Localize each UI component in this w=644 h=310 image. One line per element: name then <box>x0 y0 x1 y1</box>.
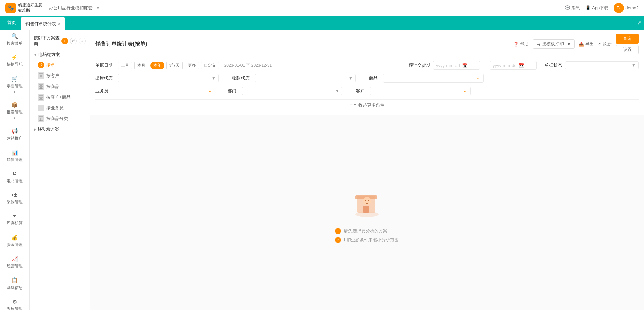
main-layout: 🔍 搜索菜单 ⚡ 快捷导航 🛒 零售管理 ▼ 📦 批发管理 ▲ 📢 营销推广 📊… <box>0 30 644 310</box>
tab-maximize-icon[interactable]: ⤢ <box>637 20 641 26</box>
top-bar-left: 🐾 畅捷通好生意 标准版 办公用品行业模拟账套 ▼ <box>5 3 100 13</box>
tab-bar-actions: — ⤢ <box>629 20 641 26</box>
empty-step-2: 2 用[过滤]条件来缩小分析范围 <box>335 237 398 243</box>
empty-illustration <box>347 183 387 223</box>
salesman-more-icon[interactable]: ··· <box>207 88 211 94</box>
single-status-chevron-icon: ▼ <box>632 63 636 68</box>
add-scheme-btn[interactable]: + <box>61 38 68 44</box>
calendar-end-icon: 📅 <box>519 63 524 68</box>
sidebar-item-finance[interactable]: 💰 资金管理 <box>0 230 29 252</box>
sidebar-item-quick-nav[interactable]: ⚡ 快捷导航 <box>0 50 29 71</box>
sidebar-item-ecommerce[interactable]: 🖥 电商管理 <box>0 167 29 188</box>
refresh-btn[interactable]: ↻ 刷新 <box>598 41 612 47</box>
by-salesman-icon <box>38 105 44 111</box>
expected-date-end[interactable]: yyyy-mm-dd 📅 <box>490 61 537 70</box>
svg-point-22 <box>365 200 366 201</box>
pc-scheme-header[interactable]: ▼ 电脑端方案 <box>30 50 90 60</box>
scheme-item-by-salesman[interactable]: 按业务员 <box>30 103 90 113</box>
right-main: 销售订单统计表(按单) ❓ 帮助 🖨 按模板打印 ▼ 📤 导出 <box>90 30 644 310</box>
collapse-panel-btn[interactable]: « <box>79 38 86 44</box>
ship-status-select[interactable]: ▼ <box>118 74 219 82</box>
print-icon: 🖨 <box>536 42 541 47</box>
last-month-btn[interactable]: 上月 <box>118 62 132 69</box>
print-btn[interactable]: 🖨 按模板打印 ▼ <box>533 39 575 49</box>
pc-scheme-group: ▼ 电脑端方案 按 按单 按客户 按商品 <box>30 50 90 124</box>
system-icon: ⚙ <box>12 299 17 305</box>
customer-select[interactable]: ··· <box>370 87 471 95</box>
sidebar-item-operation[interactable]: 📈 经营管理 <box>0 252 29 273</box>
svg-rect-4 <box>39 85 41 86</box>
sales-icon: 📊 <box>11 149 18 156</box>
refresh-icon: ↻ <box>598 42 602 47</box>
message-btn[interactable]: 💬 消息 <box>565 5 580 11</box>
scheme-item-by-goods[interactable]: 按商品 <box>30 81 90 92</box>
single-status-select[interactable]: ▼ <box>565 61 639 69</box>
scheme-item-by-order[interactable]: 按 按单 <box>30 60 90 70</box>
setting-btn[interactable]: 设置 <box>616 45 639 54</box>
sidebar-item-inventory[interactable]: 🗄 库存核算 <box>0 209 29 230</box>
sidebar-item-wholesale[interactable]: 📦 批发管理 ▲ <box>0 98 29 124</box>
lightning-icon: ⚡ <box>11 54 18 60</box>
salesman-select[interactable]: ··· <box>114 87 214 95</box>
empty-step-1: 1 请先选择要分析的方案 <box>335 228 398 234</box>
avatar: Ea <box>614 3 624 13</box>
dept-chevron-icon: ▼ <box>335 89 339 93</box>
mobile-scheme-header[interactable]: ▶ 移动端方案 <box>30 124 90 134</box>
scheme-item-by-customer-goods[interactable]: 按客户+商品 <box>30 92 90 103</box>
print-dropdown-icon: ▼ <box>567 42 571 47</box>
tab-minimize-icon[interactable]: — <box>629 20 634 26</box>
calendar-start-icon: 📅 <box>462 63 468 68</box>
export-btn[interactable]: 📤 导出 <box>579 41 594 47</box>
svg-point-21 <box>363 197 371 205</box>
panel-header: 按以下方案查询 + ↺ « <box>30 32 90 50</box>
app-download-btn[interactable]: 📱 App下载 <box>585 5 608 11</box>
this-year-btn[interactable]: 本年 <box>150 62 164 69</box>
custom-btn[interactable]: 自定义 <box>201 62 219 69</box>
app-dropdown-arrow[interactable]: ▼ <box>96 6 100 10</box>
finance-icon: 💰 <box>11 234 18 241</box>
sidebar-item-sales[interactable]: 📊 销售管理 <box>0 145 29 167</box>
goods-more-icon[interactable]: ··· <box>477 75 481 81</box>
dept-select[interactable]: ▼ <box>242 87 342 95</box>
filter-row-2: 出库状态 ▼ 收款状态 ▼ 商品 ··· <box>95 74 639 83</box>
query-btn[interactable]: 查询 <box>616 34 639 44</box>
tab-bar: 首页 销售订单统计表 × — ⤢ <box>0 16 644 30</box>
sidebar-item-purchase[interactable]: 🛍 采购管理 <box>0 188 29 209</box>
tab-close-icon[interactable]: × <box>58 22 60 27</box>
sidebar-item-basic[interactable]: 📋 基础信息 <box>0 273 29 295</box>
download-icon: 📱 <box>585 5 591 10</box>
help-btn[interactable]: ❓ 帮助 <box>513 41 529 47</box>
sidebar-item-marketing[interactable]: 📢 营销推广 <box>0 124 29 145</box>
user-area[interactable]: Ea demo2 <box>614 3 639 13</box>
sidebar-item-search[interactable]: 🔍 搜索菜单 <box>0 30 29 50</box>
svg-rect-10 <box>41 98 43 99</box>
scheme-item-by-customer[interactable]: 按客户 <box>30 70 90 81</box>
date-btn-group: 上月 本月 本年 近7天 更多 自定义 <box>118 62 219 69</box>
sidebar-item-system[interactable]: ⚙ 系统管理 <box>0 295 29 310</box>
goods-select[interactable]: ··· <box>383 74 484 83</box>
this-month-btn[interactable]: 本月 <box>134 62 148 69</box>
customer-more-icon[interactable]: ··· <box>464 88 468 94</box>
expected-date-start[interactable]: yyyy-mm-dd 📅 <box>433 61 480 70</box>
help-icon: ❓ <box>513 42 519 47</box>
svg-rect-14 <box>39 117 43 121</box>
tab-home[interactable]: 首页 <box>3 17 21 28</box>
collapse-bar[interactable]: ⌃⌃ 收起更多条件 <box>95 99 639 111</box>
pay-status-select[interactable]: ▼ <box>255 74 356 82</box>
top-bar-right: 💬 消息 📱 App下载 Ea demo2 <box>565 3 639 13</box>
content-area: 按以下方案查询 + ↺ « ▼ 电脑端方案 <box>30 30 644 310</box>
pc-group-arrow-icon: ▼ <box>34 53 37 57</box>
sidebar-item-retail[interactable]: 🛒 零售管理 ▼ <box>0 71 29 98</box>
expected-date-label: 预计交货期 <box>409 62 430 68</box>
more-btn[interactable]: 更多 <box>185 62 199 69</box>
purchase-icon: 🛍 <box>12 192 17 198</box>
step-1-num: 1 <box>335 228 341 234</box>
tab-sales-order-stats[interactable]: 销售订单统计表 × <box>21 17 65 30</box>
by-category-icon <box>38 115 44 122</box>
left-panel: 按以下方案查询 + ↺ « ▼ 电脑端方案 <box>30 30 90 310</box>
refresh-scheme-btn[interactable]: ↺ <box>70 38 77 44</box>
last7days-btn[interactable]: 近7天 <box>166 62 183 69</box>
date-range-display: 2023-01-01 至 2023-12-31 <box>224 63 272 68</box>
date-separator: — <box>483 63 487 68</box>
scheme-item-by-category[interactable]: 按商品分类 <box>30 113 90 124</box>
